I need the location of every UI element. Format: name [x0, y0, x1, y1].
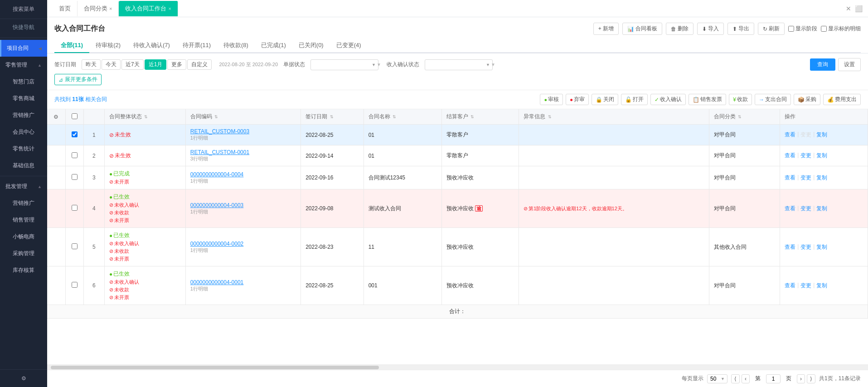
- status-tab-changed[interactable]: 已变更(4): [330, 39, 368, 53]
- op-copy-6[interactable]: 复制: [816, 282, 827, 290]
- contract-link-2[interactable]: RETAIL_CUSTOM-0001: [190, 149, 296, 155]
- audit-button[interactable]: ● 审核: [540, 94, 563, 105]
- status-tab-completed[interactable]: 已完成(1): [255, 39, 292, 53]
- tab-contract-cat-close[interactable]: ×: [109, 6, 112, 11]
- close-button[interactable]: 🔒 关闭: [592, 94, 618, 105]
- delete-button[interactable]: 🗑 删除: [666, 23, 693, 35]
- sidebar-item-retail-mall[interactable]: 零售商城: [0, 90, 47, 107]
- op-copy-4[interactable]: 复制: [816, 205, 827, 213]
- import-button[interactable]: ⬇ 导入: [697, 23, 724, 35]
- op-change-6[interactable]: 变更: [800, 282, 811, 290]
- page-number-input[interactable]: [766, 374, 781, 383]
- purchase-button[interactable]: 📦 采购: [794, 94, 820, 105]
- sidebar-search[interactable]: 搜索菜单: [0, 0, 47, 19]
- show-stage-input[interactable]: [788, 26, 794, 32]
- op-change-2[interactable]: 变更: [800, 152, 811, 160]
- col-checkbox[interactable]: [65, 109, 83, 125]
- window-close-btn[interactable]: ✕: [846, 5, 851, 12]
- date-btn-7days[interactable]: 近7天: [121, 59, 144, 70]
- op-change-5[interactable]: 变更: [800, 243, 811, 251]
- op-copy-1[interactable]: 复制: [816, 131, 827, 139]
- income-confirm-select[interactable]: [425, 59, 493, 70]
- date-btn-custom[interactable]: 自定义: [187, 59, 212, 70]
- row-checkbox-4[interactable]: [65, 189, 83, 228]
- sidebar-item-smart-store[interactable]: 智慧门店: [0, 73, 47, 90]
- status-tab-closed[interactable]: 已关闭(0): [292, 39, 330, 53]
- sidebar-item-sales-promo[interactable]: 营销推广: [0, 195, 47, 212]
- abandon-button[interactable]: ● 弃审: [566, 94, 589, 105]
- col-settlement-customer[interactable]: 结算客户 ⇅: [441, 109, 519, 125]
- status-tab-pending-review[interactable]: 待审核(2): [89, 39, 127, 53]
- op-view-6[interactable]: 查看: [785, 282, 795, 290]
- op-view-1[interactable]: 查看: [785, 131, 795, 139]
- col-sign-date[interactable]: 签订日期 ⇅: [301, 109, 364, 125]
- row-checkbox-3[interactable]: [65, 166, 83, 189]
- sidebar-quick-nav[interactable]: 快捷导航: [0, 19, 47, 36]
- sidebar-item-member[interactable]: 会员中心: [0, 124, 47, 140]
- col-abnormal-info[interactable]: 异常信息 ⇅: [519, 109, 709, 125]
- sidebar-item-retail-mgmt[interactable]: 零售管理 ▲: [0, 57, 47, 73]
- col-settings[interactable]: ⚙: [47, 109, 65, 125]
- contract-link-5[interactable]: 0000000000004-0002: [190, 241, 296, 247]
- show-stage-checkbox[interactable]: 显示阶段: [788, 25, 817, 33]
- tab-income-workbench[interactable]: 收入合同工作台 ×: [119, 1, 178, 16]
- query-button[interactable]: 查询: [810, 58, 835, 71]
- col-contract-category[interactable]: 合同分类 ⇅: [709, 109, 780, 125]
- row-checkbox-input-6[interactable]: [72, 282, 78, 288]
- sidebar-item-basic-info[interactable]: 基础信息: [0, 157, 47, 174]
- show-detail-checkbox[interactable]: 显示标的明细: [821, 25, 861, 33]
- filter-settings-button[interactable]: 设置: [838, 58, 861, 71]
- sidebar-item-inventory[interactable]: 库存核算: [0, 262, 47, 279]
- contract-link-3[interactable]: 0000000000004-0004: [190, 171, 296, 178]
- contract-board-button[interactable]: 📊 合同看板: [622, 23, 662, 35]
- scrollbar-thumb[interactable]: [51, 366, 379, 369]
- sidebar-item-marketing[interactable]: 营销推广: [0, 107, 47, 124]
- show-detail-input[interactable]: [821, 26, 827, 32]
- contract-link-6[interactable]: 0000000000004-0001: [190, 279, 296, 285]
- page-next-btn[interactable]: ›: [797, 374, 805, 383]
- row-checkbox-input-3[interactable]: [72, 174, 78, 180]
- date-btn-1month[interactable]: 近1月: [145, 59, 167, 70]
- income-confirm-button[interactable]: ✓ 收入确认: [650, 94, 686, 105]
- sidebar-item-retail-stats[interactable]: 零售统计: [0, 140, 47, 157]
- tab-income-workbench-close[interactable]: ×: [168, 6, 171, 11]
- page-first-btn[interactable]: ⟨: [731, 374, 740, 383]
- expand-conditions-btn[interactable]: ⊿ 展开更多条件: [54, 74, 102, 85]
- sales-invoice-button[interactable]: 📋 销售发票: [689, 94, 726, 105]
- col-contract-name[interactable]: 合同名称 ⇅: [364, 109, 441, 125]
- refresh-button[interactable]: ↻ 刷新: [758, 23, 785, 35]
- row-checkbox-input-4[interactable]: [72, 205, 78, 211]
- op-view-4[interactable]: 查看: [785, 205, 795, 213]
- status-tab-all[interactable]: 全部(11): [54, 39, 89, 53]
- sidebar-settings[interactable]: ⚙: [0, 369, 47, 387]
- op-copy-3[interactable]: 复制: [816, 174, 827, 182]
- status-tab-pending-payment[interactable]: 待收款(8): [217, 39, 255, 53]
- row-checkbox-input-5[interactable]: [72, 243, 78, 249]
- open-button[interactable]: 🔓 打开: [621, 94, 648, 105]
- status-tab-pending-income-confirm[interactable]: 待收入确认(7): [127, 39, 176, 53]
- col-contract-status[interactable]: 合同整体状态 ⇅: [105, 109, 186, 125]
- sidebar-item-xiaochangEC[interactable]: 小畅电商: [0, 228, 47, 245]
- col-contract-code[interactable]: 合同编码 ⇅: [185, 109, 301, 125]
- sidebar-item-sales-mgmt[interactable]: 销售管理: [0, 212, 47, 228]
- row-checkbox-input-1[interactable]: [72, 131, 78, 137]
- op-view-2[interactable]: 查看: [785, 152, 795, 160]
- op-copy-5[interactable]: 复制: [816, 243, 827, 251]
- row-checkbox-1[interactable]: [65, 125, 83, 145]
- op-copy-2[interactable]: 复制: [816, 152, 827, 160]
- page-last-btn[interactable]: ⟩: [807, 374, 815, 383]
- page-prev-btn[interactable]: ‹: [742, 374, 750, 383]
- sidebar-item-batch-mgmt[interactable]: 批发管理 ▲: [0, 178, 47, 195]
- page-size-select[interactable]: 20 50 100: [707, 374, 727, 383]
- new-button[interactable]: + 新增: [593, 23, 619, 35]
- contract-link-4[interactable]: 0000000000004-0003: [190, 202, 296, 208]
- date-btn-more[interactable]: 更多: [167, 59, 186, 70]
- expense-out-button[interactable]: 💰 费用支出: [823, 94, 861, 105]
- horizontal-scrollbar[interactable]: [47, 364, 868, 370]
- op-view-3[interactable]: 查看: [785, 174, 795, 182]
- export-button[interactable]: ⬆ 导出: [727, 23, 754, 35]
- date-btn-yesterday[interactable]: 昨天: [82, 59, 101, 70]
- select-all-checkbox[interactable]: [72, 113, 78, 119]
- op-change-3[interactable]: 变更: [800, 174, 811, 182]
- expense-contract-button[interactable]: → 支出合同: [755, 94, 791, 105]
